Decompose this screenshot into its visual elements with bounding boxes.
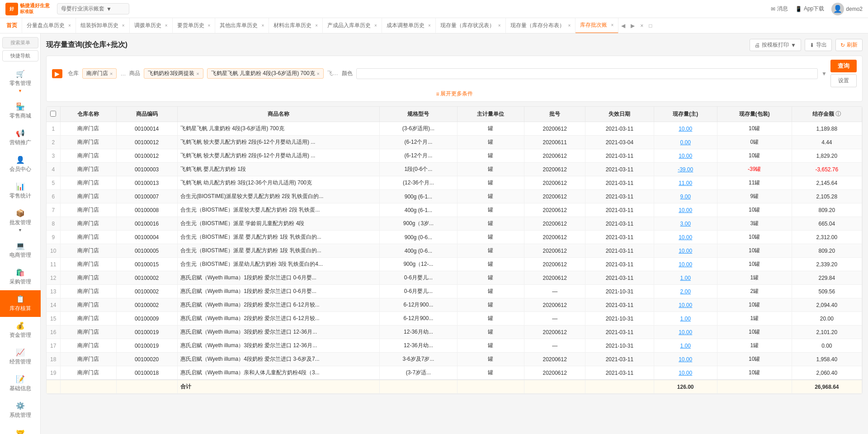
- user-menu[interactable]: 👤 demo2: [831, 3, 863, 15]
- row-qty-main[interactable]: 10.00: [654, 231, 717, 244]
- row-spec: 6-12月900...: [380, 312, 458, 326]
- row-code: 00100014: [116, 122, 177, 136]
- row-qty-main[interactable]: 1.00: [654, 271, 717, 285]
- nav-close-all[interactable]: ×: [637, 23, 646, 29]
- row-qty-main[interactable]: 3.00: [654, 217, 717, 231]
- row-qty-main[interactable]: 10.00: [654, 326, 717, 339]
- row-qty-main[interactable]: 0.00: [654, 136, 717, 149]
- filter-expand-arrow[interactable]: ▶: [52, 69, 62, 78]
- color-input[interactable]: [356, 68, 818, 79]
- sidebar-item-retail-shop[interactable]: 🏪 零售商城: [0, 98, 41, 124]
- quick-nav-btn[interactable]: 快捷导航: [2, 50, 38, 61]
- query-btn[interactable]: 查询: [830, 60, 857, 72]
- row-qty-main[interactable]: 11.00: [654, 176, 717, 190]
- row-name: 合生元（BIOSTIME）派星 婴儿配方奶粉 1段 乳铁蛋白的...: [177, 244, 380, 258]
- close-icon[interactable]: ×: [498, 23, 501, 28]
- settings-btn[interactable]: 设置: [830, 74, 857, 87]
- close-icon[interactable]: ×: [374, 23, 377, 28]
- row-qty-main[interactable]: 10.00: [654, 258, 717, 271]
- row-qty-main[interactable]: 10.00: [654, 366, 717, 380]
- close-icon[interactable]: ×: [165, 23, 168, 28]
- sidebar-item-retail-stats[interactable]: 📊 零售统计: [0, 178, 41, 204]
- row-qty-main[interactable]: 1.00: [654, 339, 717, 353]
- product-more-btn[interactable]: 飞…: [327, 70, 338, 77]
- tab-2[interactable]: 组装拆卸单历史 ×: [76, 18, 130, 33]
- row-check: 9: [47, 231, 60, 244]
- nav-right-arrow[interactable]: ▶: [628, 23, 637, 29]
- tab-6[interactable]: 材料出库单历史 ×: [269, 18, 323, 33]
- sidebar-item-ecommerce[interactable]: 💻 电商管理: [0, 237, 41, 264]
- row-qty-main[interactable]: 10.00: [654, 244, 717, 258]
- page-title: 现存量查询(按仓库+批次): [46, 40, 127, 50]
- row-qty-main[interactable]: 10.00: [654, 122, 717, 136]
- sidebar-item-member[interactable]: 👤 会员中心: [0, 151, 41, 178]
- nav-more[interactable]: □: [646, 23, 655, 29]
- close-icon[interactable]: ×: [68, 23, 71, 28]
- row-expire: 2021-03-11: [585, 190, 654, 203]
- select-all-checkbox[interactable]: [50, 111, 56, 117]
- row-qty-pkg: 3罐: [717, 217, 792, 231]
- close-icon[interactable]: ×: [315, 23, 318, 28]
- row-qty-main[interactable]: -39.00: [654, 163, 717, 176]
- tab-9[interactable]: 现存量（库存状况表）×: [436, 18, 506, 33]
- row-spec: 900g (0-6...: [380, 231, 458, 244]
- row-unit: 罐: [457, 231, 524, 244]
- refresh-btn[interactable]: ↻ 刷新: [835, 39, 863, 51]
- print-btn[interactable]: 🖨 按模板打印 ▼: [750, 39, 801, 51]
- retail-mgmt-icon: 🛒: [16, 70, 25, 78]
- close-icon[interactable]: ×: [568, 23, 571, 28]
- export-btn[interactable]: ⬇ 导出: [805, 39, 832, 51]
- th-qty-main: 现存量(主): [654, 107, 717, 122]
- row-qty-main[interactable]: 10.00: [654, 149, 717, 163]
- tab-8[interactable]: 成本调整单历史 ×: [382, 18, 436, 33]
- tab-5[interactable]: 其他出库单历史 ×: [215, 18, 269, 33]
- color-dropdown-arrow[interactable]: ▼: [821, 71, 827, 77]
- search-menu-btn[interactable]: 搜索菜单: [2, 37, 38, 48]
- row-check: 3: [47, 149, 60, 163]
- tab-1[interactable]: 分量盘点单历史 ×: [22, 18, 76, 33]
- row-qty-pkg: 2罐: [717, 285, 792, 298]
- tab-10[interactable]: 现存量（库存分布表）×: [506, 18, 576, 33]
- row-qty-main[interactable]: 10.00: [654, 203, 717, 217]
- sidebar-item-wholesale[interactable]: 📦 批发管理 ▼: [0, 204, 41, 237]
- row-qty-main[interactable]: 9.00: [654, 190, 717, 203]
- row-unit: 罐: [457, 217, 524, 231]
- tab-11[interactable]: 库存批次账 ×: [576, 18, 618, 33]
- tab-home[interactable]: 首页: [2, 18, 22, 33]
- expand-more-btn[interactable]: ≡ 展开更多条件: [52, 90, 857, 98]
- company-selector[interactable]: 母婴行业演示账套 ▼: [57, 3, 129, 14]
- tab-4[interactable]: 要货单历史 ×: [173, 18, 216, 33]
- tab-3[interactable]: 调拨单历史 ×: [130, 18, 173, 33]
- sidebar-item-purchase[interactable]: 🛍️ 采购管理: [0, 264, 41, 290]
- row-qty-main[interactable]: 10.00: [654, 298, 717, 312]
- warehouse-tag-close[interactable]: ×: [110, 71, 113, 76]
- sidebar-item-collab[interactable]: 🤝 企业协同: [0, 424, 41, 434]
- nav-left-arrow[interactable]: ◀: [618, 23, 628, 29]
- close-icon[interactable]: ×: [261, 23, 264, 28]
- row-qty-main[interactable]: 10.00: [654, 353, 717, 366]
- info-icon[interactable]: ⓘ: [835, 111, 841, 117]
- row-expire: 2021-03-11: [585, 353, 654, 366]
- sidebar-item-retail-mgmt[interactable]: 🛒 零售管理 ▼: [0, 65, 41, 98]
- product-tag-2-close[interactable]: ×: [317, 71, 320, 76]
- row-check: 18: [47, 353, 60, 366]
- sidebar-item-inventory[interactable]: 📋 库存核算: [0, 290, 41, 317]
- row-qty-main[interactable]: 2.00: [654, 285, 717, 298]
- row-qty-main[interactable]: 1.00: [654, 312, 717, 326]
- data-table: 仓库名称 商品编码 商品名称 规格型号 主计量单位 批号 失效日期 现存量(主)…: [46, 106, 863, 394]
- close-icon[interactable]: ×: [208, 23, 211, 28]
- warehouse-more-btn[interactable]: …: [120, 71, 126, 77]
- close-icon[interactable]: ×: [611, 23, 613, 28]
- row-warehouse: 南岸门店: [60, 258, 116, 271]
- sidebar-item-marketing[interactable]: 📢 营销推广: [0, 124, 41, 151]
- close-icon[interactable]: ×: [122, 23, 125, 28]
- sidebar-item-finance[interactable]: 💰 资金管理: [0, 317, 41, 344]
- sidebar-item-system[interactable]: ⚙️ 系统管理: [0, 397, 41, 424]
- message-btn[interactable]: ✉ 消息: [771, 5, 788, 13]
- product-tag-1-close[interactable]: ×: [196, 71, 199, 76]
- download-btn[interactable]: 📱 App下载: [795, 5, 824, 13]
- sidebar-item-operations[interactable]: 📈 经营管理: [0, 344, 41, 370]
- sidebar-item-basic-info[interactable]: 📝 基础信息: [0, 370, 41, 397]
- tab-7[interactable]: 产成品入库单历史 ×: [323, 18, 382, 33]
- close-icon[interactable]: ×: [428, 23, 431, 28]
